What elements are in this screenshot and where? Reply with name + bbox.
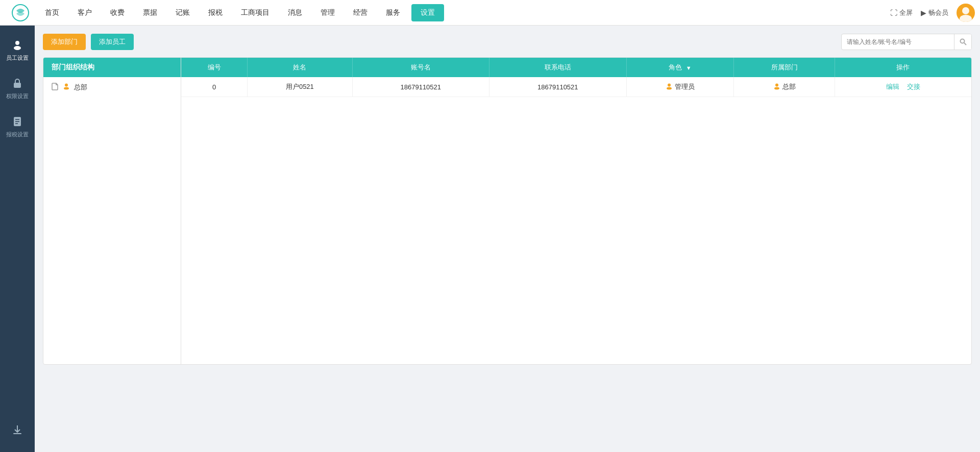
cell-account: 18679110521 bbox=[352, 77, 489, 97]
role-user-icon bbox=[666, 83, 673, 91]
nav-item-manage[interactable]: 管理 bbox=[311, 0, 344, 26]
cell-id: 0 bbox=[181, 77, 248, 97]
nav-items: 首页 客户 收费 票据 记账 报税 工商项目 消息 管理 经营 服务 设置 bbox=[36, 0, 890, 26]
sidebar-item-employee[interactable]: 员工设置 bbox=[0, 31, 35, 69]
search-button[interactable] bbox=[954, 34, 971, 50]
sidebar: 员工设置 权限设置 报税设置 bbox=[0, 26, 35, 452]
action-bar: 添加部门 添加员工 bbox=[43, 34, 972, 50]
svg-line-12 bbox=[964, 43, 966, 45]
member-label: 畅会员 bbox=[928, 8, 948, 17]
svg-point-11 bbox=[960, 39, 964, 43]
nav-item-charge[interactable]: 收费 bbox=[101, 0, 134, 26]
add-department-button[interactable]: 添加部门 bbox=[43, 34, 86, 50]
two-panel: 部门组织结构 总部 bbox=[43, 57, 972, 365]
svg-point-3 bbox=[15, 41, 19, 45]
sidebar-item-permission[interactable]: 权限设置 bbox=[0, 69, 35, 107]
nav-item-business[interactable]: 工商项目 bbox=[232, 0, 279, 26]
table-panel: 编号 姓名 账号名 联系电话 角色 ▼ 所属部门 操作 bbox=[181, 58, 971, 364]
search-input[interactable] bbox=[842, 38, 954, 45]
dept-user-icon bbox=[773, 83, 780, 91]
sidebar-item-employee-label: 员工设置 bbox=[6, 54, 29, 62]
search-wrap bbox=[841, 34, 972, 50]
svg-point-2 bbox=[960, 15, 972, 22]
table-row: 0 用户0521 18679110521 18679110521 管理员 总部 … bbox=[181, 77, 971, 97]
col-name: 姓名 bbox=[248, 58, 352, 77]
employee-table: 编号 姓名 账号名 联系电话 角色 ▼ 所属部门 操作 bbox=[181, 58, 971, 97]
col-id: 编号 bbox=[181, 58, 248, 77]
svg-point-17 bbox=[775, 83, 778, 86]
lock-icon bbox=[10, 76, 24, 90]
nav-item-message[interactable]: 消息 bbox=[279, 0, 311, 26]
nav-item-service[interactable]: 服务 bbox=[377, 0, 409, 26]
add-employee-button[interactable]: 添加员工 bbox=[91, 34, 134, 50]
transfer-link[interactable]: 交接 bbox=[907, 83, 920, 90]
cell-phone: 18679110521 bbox=[489, 77, 627, 97]
fullscreen-icon: ⛶ bbox=[890, 9, 897, 17]
nav-item-accounting[interactable]: 记账 bbox=[166, 0, 199, 26]
top-nav: 首页 客户 收费 票据 记账 报税 工商项目 消息 管理 经营 服务 设置 ⛶ … bbox=[0, 0, 980, 26]
svg-rect-5 bbox=[14, 83, 21, 88]
nav-item-tax[interactable]: 报税 bbox=[199, 0, 232, 26]
cell-ops: 编辑 交接 bbox=[835, 77, 971, 97]
nav-item-settings[interactable]: 设置 bbox=[411, 4, 444, 21]
filter-icon: ▼ bbox=[686, 65, 692, 71]
col-account: 账号名 bbox=[352, 58, 489, 77]
svg-point-13 bbox=[65, 84, 68, 87]
sidebar-item-taxsettings-label: 报税设置 bbox=[6, 131, 29, 138]
svg-point-1 bbox=[962, 7, 969, 14]
fullscreen-label: 全屏 bbox=[899, 8, 913, 17]
fullscreen-button[interactable]: ⛶ 全屏 bbox=[890, 8, 913, 17]
nav-item-customer[interactable]: 客户 bbox=[68, 0, 101, 26]
member-button[interactable]: ▶ 畅会员 bbox=[921, 8, 948, 17]
col-dept: 所属部门 bbox=[734, 58, 835, 77]
user-icon bbox=[63, 83, 70, 91]
svg-point-16 bbox=[667, 87, 672, 89]
tree-item-general[interactable]: 总部 bbox=[43, 77, 181, 97]
play-icon: ▶ bbox=[921, 9, 926, 17]
sidebar-item-download[interactable] bbox=[0, 415, 35, 444]
col-role[interactable]: 角色 ▼ bbox=[626, 58, 734, 77]
svg-point-15 bbox=[668, 83, 671, 86]
nav-item-ticket[interactable]: 票据 bbox=[134, 0, 166, 26]
col-phone: 联系电话 bbox=[489, 58, 627, 77]
sidebar-item-taxsettings[interactable]: 报税设置 bbox=[0, 107, 35, 146]
edit-link[interactable]: 编辑 bbox=[886, 83, 899, 90]
content-area: 添加部门 添加员工 部门组织结构 bbox=[35, 26, 980, 452]
nav-item-home[interactable]: 首页 bbox=[36, 0, 68, 26]
svg-point-18 bbox=[774, 87, 779, 89]
avatar[interactable] bbox=[957, 4, 975, 22]
sidebar-bottom bbox=[0, 415, 35, 452]
download-icon bbox=[10, 422, 24, 437]
nav-right: ⛶ 全屏 ▶ 畅会员 bbox=[890, 4, 975, 22]
col-ops: 操作 bbox=[835, 58, 971, 77]
main-layout: 员工设置 权限设置 报税设置 bbox=[0, 26, 980, 452]
person-icon bbox=[10, 38, 24, 52]
cell-name: 用户0521 bbox=[248, 77, 352, 97]
file-icon bbox=[52, 82, 59, 92]
svg-rect-10 bbox=[13, 433, 21, 434]
tree-panel: 部门组织结构 总部 bbox=[43, 58, 181, 364]
report-icon bbox=[10, 114, 24, 129]
tree-item-label: 总部 bbox=[74, 83, 87, 92]
sidebar-item-permission-label: 权限设置 bbox=[6, 92, 29, 100]
nav-item-operation[interactable]: 经营 bbox=[344, 0, 377, 26]
cell-dept: 总部 bbox=[734, 77, 835, 97]
tree-header: 部门组织结构 bbox=[43, 58, 181, 77]
svg-point-4 bbox=[14, 46, 21, 50]
cell-role: 管理员 bbox=[626, 77, 734, 97]
svg-point-14 bbox=[64, 87, 69, 90]
logo bbox=[5, 4, 36, 22]
